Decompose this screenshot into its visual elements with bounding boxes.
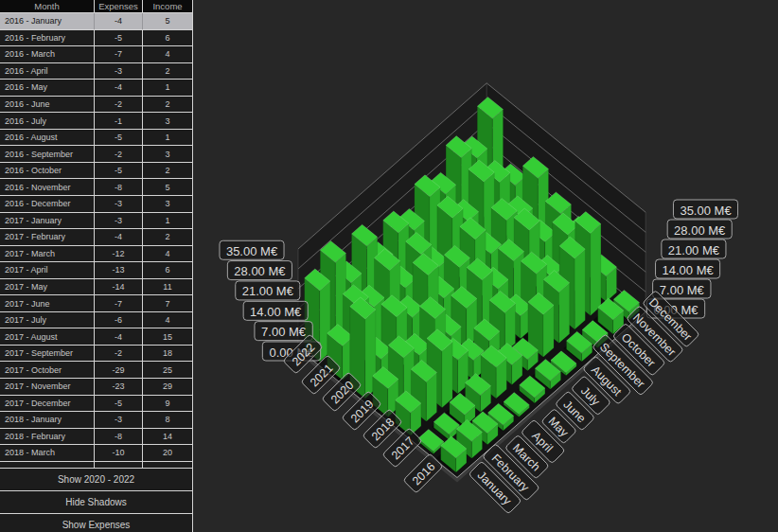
table-row[interactable]: 2017 - April-136: [0, 262, 192, 279]
column-header-month: Month: [0, 0, 95, 12]
cell-income: 6: [143, 30, 192, 46]
column-header-expenses: Expenses: [95, 0, 143, 12]
svg-text:35.00 M€: 35.00 M€: [680, 204, 732, 218]
hide-shadows-button[interactable]: Hide Shadows: [0, 491, 192, 514]
table-row-partial: [0, 462, 192, 469]
cell-income: 15: [143, 328, 192, 345]
svg-text:14.00 M€: 14.00 M€: [662, 263, 714, 277]
table-row[interactable]: 2017 - November-2329: [0, 379, 192, 396]
table-row[interactable]: 2016 - July-13: [0, 113, 192, 130]
cell-month: 2017 - November: [0, 379, 95, 395]
table-row[interactable]: 2016 - April-32: [0, 63, 192, 80]
cell-month: 2016 - September: [0, 146, 95, 162]
cell-month: 2017 - December: [0, 396, 95, 412]
table-row[interactable]: 2016 - October-52: [0, 163, 192, 180]
y-axis-tick-label-right: 14.00 M€: [656, 259, 720, 278]
cell-month: 2017 - July: [0, 312, 95, 328]
cell-expenses: -4: [95, 13, 143, 29]
cell-month: 2017 - September: [0, 346, 95, 362]
table-row[interactable]: 2016 - January-45: [0, 13, 192, 30]
cell-expenses: -3: [95, 63, 143, 80]
cell-income: 9: [143, 396, 192, 412]
cell-month: 2016 - October: [0, 163, 95, 179]
table-row[interactable]: 2017 - August-415: [0, 328, 192, 346]
cell-income: 29: [143, 379, 192, 395]
table-row[interactable]: 2016 - December-33: [0, 196, 192, 213]
cell-month: 2017 - February: [0, 229, 95, 245]
cell-expenses: -10: [95, 445, 143, 461]
cell-expenses: -3: [95, 196, 143, 212]
show-2020-2022-button[interactable]: Show 2020 - 2022: [0, 469, 192, 491]
cell-month: 2017 - August: [0, 328, 95, 345]
cell-expenses: -13: [95, 262, 143, 278]
table-row[interactable]: 2016 - June-22: [0, 97, 192, 114]
cell-month: 2017 - January: [0, 213, 95, 229]
cell-income: 4: [143, 46, 192, 62]
cell-expenses: -23: [95, 379, 143, 395]
chart-3d-panel: 0.00 M€0.00 M€7.00 M€7.00 M€14.00 M€14.0…: [194, 0, 778, 532]
table-row[interactable]: 2017 - February-42: [0, 229, 192, 246]
table-row[interactable]: 2017 - September-218: [0, 346, 192, 363]
table-row[interactable]: 2017 - October-2925: [0, 362, 192, 379]
svg-text:21.00 M€: 21.00 M€: [668, 243, 720, 257]
y-axis-tick-label-left: 21.00 M€: [236, 281, 300, 300]
table-row[interactable]: 2016 - August-51: [0, 130, 192, 147]
cell-month: 2016 - January: [0, 13, 95, 29]
cell-expenses: -2: [95, 97, 143, 113]
y-axis-tick-label-left: 7.00 M€: [255, 322, 312, 341]
y-axis-tick-label-left: 28.00 M€: [227, 261, 292, 280]
cell-expenses: -3: [95, 412, 143, 428]
cell-income: 18: [143, 346, 192, 362]
data-panel: Month Expenses Income 2016 - January-452…: [0, 0, 193, 532]
cell-month: 2018 - February: [0, 429, 95, 445]
cell-expenses: -2: [95, 346, 143, 362]
cell-month: 2016 - March: [0, 46, 95, 62]
cell-income: 5: [143, 179, 192, 195]
table-row[interactable]: 2017 - June-77: [0, 295, 192, 312]
show-expenses-button[interactable]: Show Expenses: [0, 514, 192, 532]
cell-month: 2016 - December: [0, 196, 95, 212]
table-row[interactable]: 2017 - July-64: [0, 312, 192, 329]
cell-month: 2016 - April: [0, 63, 95, 80]
table-row[interactable]: 2016 - November-85: [0, 179, 192, 196]
table-row[interactable]: 2018 - February-814: [0, 429, 192, 446]
table-row[interactable]: 2017 - January-31: [0, 213, 192, 230]
cell-expenses: -7: [95, 295, 143, 311]
cell-expenses: -8: [95, 179, 143, 195]
cell-income: 1: [143, 80, 192, 96]
cell-month: 2016 - February: [0, 30, 95, 46]
cell-income: 14: [143, 429, 192, 445]
cell-expenses: -3: [95, 213, 143, 229]
cell-month: 2017 - June: [0, 295, 95, 311]
cell-month: 2017 - May: [0, 279, 95, 295]
cell-month: 2017 - April: [0, 262, 95, 278]
cell-expenses: -4: [95, 80, 143, 96]
table-row[interactable]: 2016 - March-74: [0, 46, 192, 63]
cell-expenses: -12: [95, 246, 143, 262]
table-row[interactable]: 2018 - January-38: [0, 412, 192, 429]
column-header-income: Income: [143, 0, 192, 12]
cell-month: 2016 - June: [0, 97, 95, 113]
table-row[interactable]: 2018 - March-1020: [0, 445, 192, 462]
cell-expenses: -5: [95, 163, 143, 179]
svg-text:28.00 M€: 28.00 M€: [234, 264, 286, 278]
cell-expenses: -8: [95, 429, 143, 445]
y-axis-tick-label-right: 21.00 M€: [662, 239, 726, 258]
cell-income: 8: [143, 412, 192, 428]
table-row[interactable]: 2016 - February-56: [0, 30, 192, 47]
table-row[interactable]: 2017 - May-1411: [0, 279, 192, 296]
table-row[interactable]: 2016 - September-23: [0, 146, 192, 163]
cell-income: 2: [143, 163, 192, 179]
table-row[interactable]: 2016 - May-41: [0, 80, 192, 97]
cell-expenses: -2: [95, 146, 143, 162]
cell-month: 2016 - November: [0, 179, 95, 195]
cell-expenses: -4: [95, 328, 143, 345]
chart-canvas[interactable]: 0.00 M€0.00 M€7.00 M€7.00 M€14.00 M€14.0…: [194, 0, 778, 532]
table-row[interactable]: 2017 - December-59: [0, 396, 192, 413]
cell-month: 2017 - March: [0, 246, 95, 262]
month-table: Month Expenses Income 2016 - January-452…: [0, 0, 192, 469]
cell-income: 1: [143, 213, 192, 229]
app-window: Month Expenses Income 2016 - January-452…: [0, 0, 778, 532]
cell-month: 2016 - August: [0, 130, 95, 146]
table-row[interactable]: 2017 - March-124: [0, 246, 192, 263]
